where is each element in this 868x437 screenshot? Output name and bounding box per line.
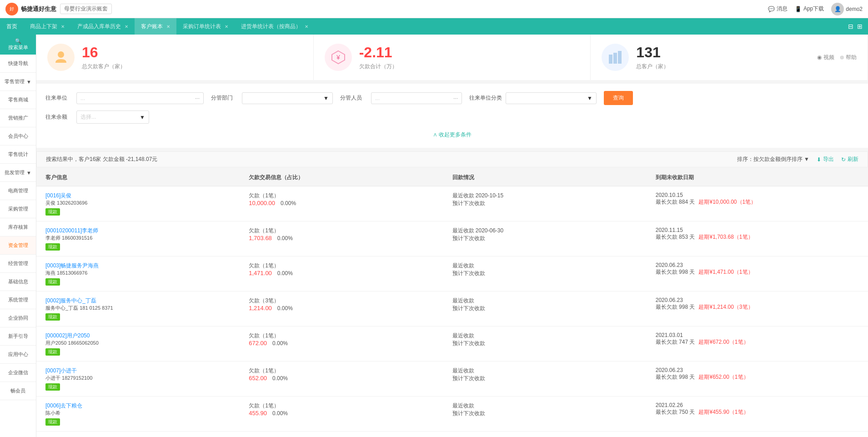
search-menu-button[interactable]: 🔍 搜索菜单 <box>0 35 36 55</box>
sidebar-item-retail[interactable]: 零售管理 ▼ <box>0 73 36 91</box>
debt-amount: 1,471.00 <box>249 270 272 276</box>
sidebar-item-purchase[interactable]: 采购管理 <box>0 200 36 218</box>
table-row: [000001]黄思源 黄思源 13552700226 现款 欠款（1笔） 42… <box>36 432 868 437</box>
sidebar-item-guide[interactable]: 新手引导 <box>0 327 36 346</box>
tab-customer-account[interactable]: 客户账本 ✕ <box>135 18 176 35</box>
sidebar-item-vip[interactable]: 畅会员 <box>0 382 36 400</box>
customer-name-link[interactable]: [0002]服务中心_丁磊 <box>45 297 249 305</box>
sidebar-item-quick-nav[interactable]: 快捷导航 <box>0 55 36 73</box>
sidebar-item-member[interactable]: 会员中心 <box>0 127 36 146</box>
next-collect: 预计下次收款 <box>452 410 656 417</box>
tab-home[interactable]: 首页 <box>0 18 24 35</box>
help-button[interactable]: ⊙ 帮助 <box>840 54 857 61</box>
tab-production-close[interactable]: ✕ <box>125 24 128 29</box>
overdue-days: 最长欠款 750 天 <box>656 408 695 416</box>
tab-purchase-close[interactable]: ✕ <box>225 24 228 29</box>
debt-percent: 0.00% <box>277 305 293 311</box>
customer-badge: 现款 <box>45 208 60 216</box>
sidebar-item-wholesale[interactable]: 批发管理 ▼ <box>0 164 36 182</box>
customer-name-link[interactable]: [00010200011]李老师 <box>45 227 249 235</box>
total-label: 总客户（家） <box>636 63 669 70</box>
customer-info-cell: [0003]畅捷服务尹海燕 海燕 18513066976 现款 <box>45 262 249 286</box>
app-download-button[interactable]: 📱 App下载 <box>795 5 824 13</box>
tab-bar: 首页 商品上下架 ✕ 产成品入库单历史 ✕ 客户账本 ✕ 采购订单统计表 ✕ 进… <box>0 18 868 35</box>
sidebar-item-retail-mall[interactable]: 零售商城 <box>0 91 36 109</box>
sidebar-item-finance[interactable]: 资金管理 <box>0 236 36 255</box>
tab-goods-close[interactable]: ✕ <box>61 24 65 29</box>
stat-card-customers: 16 总欠款客户（家） <box>36 35 314 80</box>
unit-class-select[interactable]: ▼ <box>506 92 597 104</box>
window-maximize-icon[interactable]: ⊞ <box>857 23 863 30</box>
dept-select[interactable]: ▼ <box>242 92 333 104</box>
sidebar-item-retail-stats[interactable]: 零售统计 <box>0 146 36 164</box>
overdue-link[interactable]: 超期¥672.00（1笔） <box>698 338 748 346</box>
purchase-label: 采购管理 <box>8 206 28 211</box>
sidebar-item-inventory[interactable]: 库存核算 <box>0 218 36 236</box>
balance-placeholder: 选择... <box>80 113 96 121</box>
last-collect: 最近收款 <box>452 332 656 340</box>
sidebar-item-enterprise[interactable]: 企业协同 <box>0 309 36 327</box>
window-restore-icon[interactable]: ⊟ <box>848 23 853 30</box>
store-name[interactable]: 母婴行业演示账套 <box>60 4 112 14</box>
last-collect: 最近收款 2020-06-30 <box>452 227 656 235</box>
person-input[interactable]: ... ··· <box>371 92 462 104</box>
tab-inbound-close[interactable]: ✕ <box>305 24 308 29</box>
due-date-cell: 2020.06.23 最长欠款 998 天 超期¥652.00（1笔） <box>656 367 859 391</box>
collapse-button[interactable]: ∧ 收起更多条件 <box>45 129 859 141</box>
user-menu[interactable]: 👤 demo2 <box>831 3 863 15</box>
amount-label: 欠款合计（万） <box>359 63 397 70</box>
sidebar-item-ecommerce[interactable]: 电商管理 <box>0 182 36 200</box>
overdue-link[interactable]: 超期¥1,214.00（3笔） <box>698 303 753 311</box>
due-date: 2021.03.01 <box>656 332 859 338</box>
quick-nav-label: 快捷导航 <box>8 60 28 66</box>
tab-inbound-stats[interactable]: 进货单统计表（按商品） ✕ <box>235 18 315 35</box>
sidebar-item-marketing[interactable]: 营销推广 <box>0 109 36 127</box>
sidebar-item-wechat[interactable]: 企业微信 <box>0 364 36 382</box>
sidebar-item-apps[interactable]: 应用中心 <box>0 346 36 364</box>
customer-name-link[interactable]: [0003]畅捷服务尹海燕 <box>45 262 249 270</box>
query-button[interactable]: 查询 <box>604 91 633 105</box>
customer-info-cell: [00010200011]李老师 李老师 18600391516 现款 <box>45 227 249 251</box>
balance-select[interactable]: 选择... ▼ <box>76 111 149 124</box>
supplier-input[interactable]: ... ··· <box>76 92 204 104</box>
wechat-label: 企业微信 <box>8 370 28 375</box>
filter-supplier: 往来单位 ... ··· <box>45 92 204 104</box>
download-icon: 📱 <box>795 6 802 12</box>
overdue-link[interactable]: 超期¥10,000.00（1笔） <box>698 198 756 206</box>
refresh-button[interactable]: ↻ 刷新 <box>841 156 858 163</box>
due-date: 2020.06.23 <box>656 262 859 268</box>
customer-badge: 现款 <box>45 278 60 286</box>
sidebar-item-basic-info[interactable]: 基础信息 <box>0 273 36 291</box>
message-button[interactable]: 💬 消息 <box>768 5 788 13</box>
view-button[interactable]: ◉ 视频 <box>817 54 834 61</box>
overdue-link[interactable]: 超期¥1,471.00（1笔） <box>698 268 753 276</box>
tab-goods[interactable]: 商品上下架 ✕ <box>24 18 71 35</box>
customer-phone: 海燕 18513066976 <box>45 270 249 276</box>
amount-info: -2.11 欠款合计（万） <box>359 44 397 70</box>
export-button[interactable]: ⬇ 导出 <box>817 156 834 163</box>
tab-production[interactable]: 产成品入库单历史 ✕ <box>71 18 135 35</box>
tab-purchase-order[interactable]: 采购订单统计表 ✕ <box>176 18 235 35</box>
svg-rect-4 <box>613 53 617 64</box>
sidebar-item-system[interactable]: 系统管理 <box>0 291 36 309</box>
customer-name-link[interactable]: [0006]去下粮仓 <box>45 402 249 410</box>
customer-name-link[interactable]: [0007]小进干 <box>45 367 249 375</box>
customer-phone: 吴俊 13026203696 <box>45 200 249 206</box>
retail-mall-label: 零售商城 <box>8 97 28 102</box>
overdue-link[interactable]: 超期¥652.00（1笔） <box>698 373 748 381</box>
customer-info-cell: [0006]去下粮仓 陈小希 现款 <box>45 402 249 426</box>
overdue-link[interactable]: 超期¥455.90（1笔） <box>698 408 748 416</box>
overdue-link[interactable]: 超期¥1,703.68（1笔） <box>698 233 753 241</box>
person-placeholder: ... <box>375 95 380 101</box>
sidebar-item-operations[interactable]: 经营管理 <box>0 255 36 273</box>
overdue-days: 最长欠款 884 天 <box>656 198 695 206</box>
top-bar: 好 畅捷通好生意 母婴行业演示账套 💬 消息 📱 App下载 👤 demo2 <box>0 0 868 18</box>
payment-cell: 最近收款 预计下次收款 <box>452 297 656 321</box>
customer-name-link[interactable]: [0016]吴俊 <box>45 192 249 200</box>
retail-label: 零售管理 <box>5 78 25 85</box>
layout: 🔍 搜索菜单 快捷导航 零售管理 ▼ 零售商城 营销推广 会员中心 零售统计 批… <box>0 35 868 437</box>
tab-customer-close[interactable]: ✕ <box>166 24 170 29</box>
operations-label: 经营管理 <box>8 261 28 266</box>
customer-name-link[interactable]: [000002]用户2050 <box>45 332 249 340</box>
customer-badge: 现款 <box>45 418 60 426</box>
